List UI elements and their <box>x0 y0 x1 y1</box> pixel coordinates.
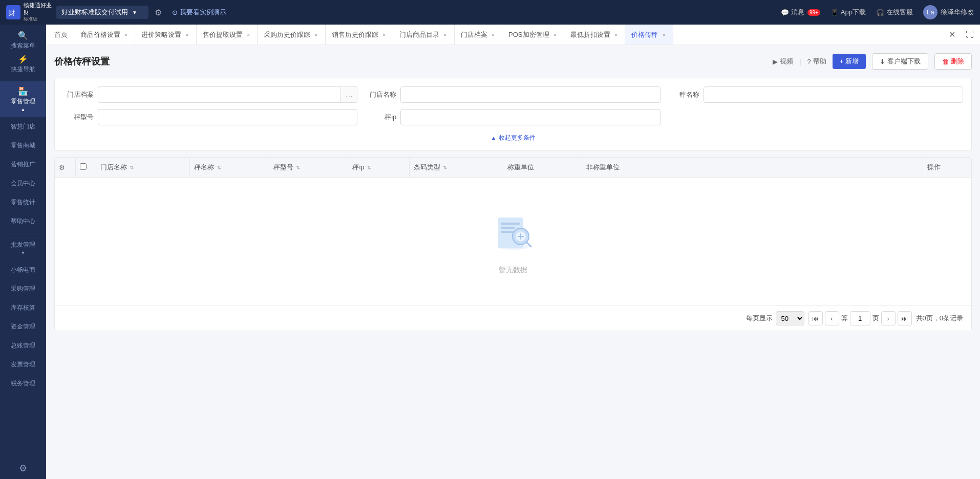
sidebar-search[interactable]: 🔍 搜索菜单 <box>0 27 46 52</box>
app-name-text: 畅捷通好业财 <box>24 2 52 15</box>
page-input-wrap: 算 页 <box>841 311 879 325</box>
last-page-btn[interactable]: ⏭ <box>898 311 912 325</box>
page-header: 价格传秤设置 ▶ 视频 | ? 帮助 + 新增 ⬇ <box>54 53 972 70</box>
sidebar-item-tax[interactable]: 税务管理 <box>0 374 46 393</box>
sidebar-item-general-ledger[interactable]: 总账管理 <box>0 336 46 355</box>
th-scale-ip[interactable]: 秤ip ⇅ <box>348 158 409 178</box>
tab-home[interactable]: 首页 <box>48 25 74 45</box>
th-scale-name[interactable]: 秤名称 ⇅ <box>190 158 269 178</box>
page-number-input[interactable] <box>850 311 870 325</box>
tab-min-discount[interactable]: 最低折扣设置 × <box>564 25 625 45</box>
tab-purchase-strategy-close[interactable]: × <box>184 31 189 38</box>
th-scale-model-label: 秤型号 <box>273 163 293 171</box>
video-link[interactable]: ▶ 视频 <box>773 57 793 66</box>
tab-purchase-history-close[interactable]: × <box>313 31 318 38</box>
store-profile-label: 门店档案 <box>63 90 94 99</box>
user-info[interactable]: Ea 徐泽华修改 <box>923 5 974 19</box>
help-link[interactable]: ? 帮助 <box>807 57 826 66</box>
sidebar-item-small-ecom[interactable]: 小畅电商 <box>0 260 46 279</box>
tab-store-profile[interactable]: 门店档案 × <box>455 25 502 45</box>
online-service-btn[interactable]: 🎧 在线客服 <box>876 8 913 17</box>
tab-purchase-strategy[interactable]: 进价策略设置 × <box>135 25 196 45</box>
sidebar-item-retail-stats[interactable]: 零售统计 <box>0 193 46 212</box>
user-name: 徐泽华修改 <box>941 8 974 17</box>
th-settings[interactable]: ⚙ <box>55 158 75 178</box>
data-table-wrap: ⚙ 门店名称 ⇅ 秤名称 ⇅ <box>54 157 972 331</box>
top-bar: 财 畅捷通好业财 标准版 好业财标准版交付试用 ▼ ⚙ ⊙ 我要看实例演示 💬 … <box>0 0 980 25</box>
store-profile-browse-btn[interactable]: … <box>341 86 357 103</box>
tab-sale-extract-close[interactable]: × <box>246 31 251 38</box>
sidebar-item-purchase[interactable]: 采购管理 <box>0 279 46 298</box>
th-scale-model[interactable]: 秤型号 ⇅ <box>269 158 348 178</box>
scale-name-input[interactable] <box>704 86 963 103</box>
sidebar-settings-btn[interactable]: ⚙ <box>0 458 46 479</box>
sidebar-item-retail[interactable]: 🏪 零售管理 ▲ <box>0 81 46 117</box>
sidebar-item-purchase-label: 采购管理 <box>11 285 35 293</box>
tab-sale-history-close[interactable]: × <box>381 31 387 38</box>
svg-rect-5 <box>501 227 515 229</box>
next-page-btn[interactable]: › <box>881 311 896 325</box>
tab-price-scale-close[interactable]: × <box>661 31 666 38</box>
demo-link[interactable]: ⊙ 我要看实例演示 <box>172 8 226 17</box>
sidebar-item-wholesale[interactable]: 批发管理 ▼ <box>0 235 46 260</box>
sidebar-item-marketing-label: 营销推广 <box>11 160 35 169</box>
select-all-checkbox[interactable] <box>80 163 87 170</box>
messages-btn[interactable]: 💬 消息 99+ <box>781 8 820 17</box>
sidebar-item-member[interactable]: 会员中心 <box>0 174 46 193</box>
app-download-btn[interactable]: 📱 App下载 <box>830 8 866 17</box>
workspace-selector[interactable]: 好业财标准版交付试用 ▼ <box>56 6 148 19</box>
sidebar-item-smart-store[interactable]: 智慧门店 <box>0 117 46 136</box>
tab-min-discount-close[interactable]: × <box>613 31 619 38</box>
sidebar-item-help[interactable]: 帮助中心 <box>0 212 46 231</box>
app-sub-text: 标准版 <box>24 16 52 23</box>
data-table: ⚙ 门店名称 ⇅ 秤名称 ⇅ <box>55 158 971 178</box>
sort-scale-ip-icon: ⇅ <box>367 165 371 170</box>
prev-page-btn[interactable]: ‹ <box>825 311 839 325</box>
tab-purchase-history-label: 采购历史价跟踪 <box>264 30 310 39</box>
tab-sale-extract[interactable]: 售价提取设置 × <box>197 25 258 45</box>
tab-pos-management[interactable]: POS加密管理 × <box>502 25 564 45</box>
sidebar-item-finance[interactable]: 资金管理 <box>0 317 46 336</box>
tab-store-catalog[interactable]: 门店商品目录 × <box>393 25 454 45</box>
filter-scale-name: 秤名称 <box>669 86 963 103</box>
store-name-input[interactable] <box>400 86 660 103</box>
first-page-btn[interactable]: ⏮ <box>808 311 823 325</box>
sidebar-item-invoice-label: 发票管理 <box>11 360 35 369</box>
tab-home-label: 首页 <box>54 30 68 39</box>
tab-price-setting-label: 商品价格设置 <box>80 30 120 39</box>
sidebar-quick-nav[interactable]: ⚡ 快捷导航 <box>0 52 46 76</box>
download-btn[interactable]: ⬇ 客户端下载 <box>872 53 928 70</box>
tab-price-scale[interactable]: 价格传秤 × <box>625 25 673 45</box>
tab-purchase-history[interactable]: 采购历史价跟踪 × <box>258 25 325 45</box>
table-header-row: ⚙ 门店名称 ⇅ 秤名称 ⇅ <box>55 158 971 178</box>
add-btn[interactable]: + 新增 <box>833 54 866 69</box>
sidebar-item-invoice[interactable]: 发票管理 <box>0 355 46 374</box>
sidebar-item-retail-mall-label: 零售商城 <box>11 141 35 150</box>
tab-price-setting-close[interactable]: × <box>123 31 129 38</box>
tab-pos-management-close[interactable]: × <box>552 31 558 38</box>
per-page-dropdown[interactable]: 10 20 50 100 <box>776 311 804 325</box>
store-profile-input[interactable] <box>98 86 341 103</box>
sidebar-item-retail-mall[interactable]: 零售商城 <box>0 136 46 155</box>
sidebar-item-finance-label: 资金管理 <box>11 322 35 331</box>
sidebar-item-marketing[interactable]: 营销推广 <box>0 155 46 174</box>
collapse-btn[interactable]: ▲ 收起更多条件 <box>63 132 963 144</box>
scale-ip-input[interactable] <box>400 109 660 125</box>
tab-price-setting[interactable]: 商品价格设置 × <box>74 25 135 45</box>
demo-link-text: 我要看实例演示 <box>180 8 226 17</box>
th-check[interactable] <box>75 158 96 178</box>
th-barcode-type[interactable]: 条码类型 ⇅ <box>409 158 503 178</box>
delete-btn[interactable]: 🗑 删除 <box>934 53 972 70</box>
sidebar-item-inventory[interactable]: 库存核算 <box>0 298 46 317</box>
th-store-name[interactable]: 门店名称 ⇅ <box>96 158 190 178</box>
scale-model-input[interactable] <box>98 109 357 125</box>
tab-bar: 首页 商品价格设置 × 进价策略设置 × 售价提取设置 × 采购历史价跟踪 × … <box>46 25 980 45</box>
th-non-weight-unit: 非称重单位 <box>582 158 923 178</box>
tab-sale-history[interactable]: 销售历史价跟踪 × <box>326 25 393 45</box>
tab-store-profile-close[interactable]: × <box>491 31 496 38</box>
tab-expand-btn[interactable]: ⛶ <box>962 28 978 41</box>
workspace-settings-icon[interactable]: ⚙ <box>153 6 164 19</box>
scale-name-label: 秤名称 <box>669 90 699 99</box>
tab-close-all-btn[interactable]: ✕ <box>945 28 960 41</box>
tab-store-catalog-close[interactable]: × <box>442 31 448 38</box>
